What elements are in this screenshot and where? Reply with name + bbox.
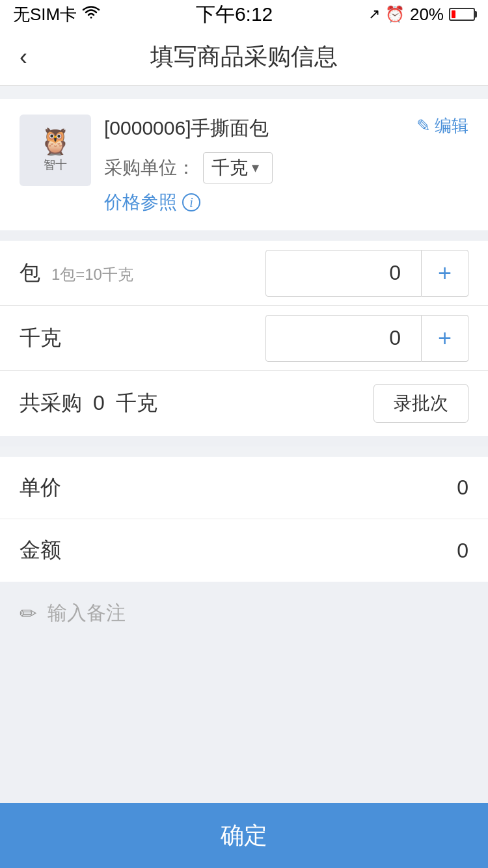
product-info: [0000006]手撕面包 采购单位： 千克 ▾ 价格参照 i: [104, 115, 468, 215]
alarm-icon: ⏰: [385, 5, 405, 23]
confirm-button-label: 确定: [221, 820, 267, 852]
kg-input-control: +: [265, 315, 468, 362]
package-label-group: 包 1包=10千克: [20, 259, 265, 288]
package-sublabel: 1包=10千克: [51, 265, 133, 283]
battery-icon: [449, 8, 475, 21]
summary-text: 共采购 0 千克: [20, 389, 157, 418]
status-time: 下午6:12: [196, 1, 273, 28]
price-reference-row: 价格参照 i: [104, 190, 468, 215]
package-input-control: +: [265, 250, 468, 297]
section-divider-1: [0, 230, 488, 241]
page-title: 填写商品采购信息: [150, 41, 338, 73]
product-unit-row: 采购单位： 千克 ▾: [104, 152, 468, 183]
summary-row: 共采购 0 千克 录批次: [0, 371, 488, 436]
unit-dropdown-arrow: ▾: [252, 159, 259, 176]
status-bar: 无SIM卡 下午6:12 ↗ ⏰ 20%: [0, 0, 488, 29]
amount-row: 金额 0: [0, 519, 488, 582]
amount-label: 金额: [20, 536, 61, 565]
product-name: [0000006]手撕面包: [104, 115, 468, 142]
unit-value: 千克: [211, 156, 248, 180]
edit-icon: ✎: [416, 116, 431, 136]
remark-section[interactable]: ✏ 输入备注: [0, 582, 488, 645]
kg-input-row: 千克 +: [0, 306, 488, 371]
package-input-row: 包 1包=10千克 +: [0, 241, 488, 306]
price-ref-label[interactable]: 价格参照: [104, 190, 177, 215]
remark-icon: ✏: [20, 601, 37, 626]
location-icon: ↗: [368, 6, 380, 23]
section-divider-2: [0, 436, 488, 446]
carrier-label: 无SIM卡: [13, 3, 77, 26]
back-button[interactable]: ‹: [20, 44, 27, 71]
kg-plus-button[interactable]: +: [422, 315, 468, 362]
nav-bar: ‹ 填写商品采购信息: [0, 29, 488, 86]
package-label: 包: [20, 261, 40, 284]
status-left: 无SIM卡: [13, 3, 100, 26]
battery-percent: 20%: [410, 5, 444, 25]
summary-amount: 0: [93, 391, 105, 414]
confirm-bar[interactable]: 确定: [0, 803, 488, 868]
package-plus-button[interactable]: +: [422, 250, 468, 297]
price-ref-help-icon[interactable]: i: [182, 193, 200, 211]
unit-label-text: 采购单位：: [104, 156, 195, 180]
product-thumbnail: 🦉 智十: [20, 115, 91, 186]
amount-value: 0: [457, 539, 468, 563]
status-right: ↗ ⏰ 20%: [368, 5, 475, 25]
kg-input[interactable]: [265, 315, 422, 362]
product-thumb-text: 智十: [44, 157, 67, 172]
edit-label: 编辑: [435, 115, 468, 137]
price-section: 单价 0 金额 0: [0, 457, 488, 582]
edit-button[interactable]: ✎ 编辑: [416, 115, 468, 137]
product-thumb-icon: 🦉: [39, 128, 72, 154]
batch-record-button[interactable]: 录批次: [373, 384, 468, 423]
product-card: 🦉 智十 [0000006]手撕面包 采购单位： 千克 ▾ 价格参照 i ✎ 编…: [0, 99, 488, 230]
input-section: 包 1包=10千克 + 千克 + 共采购 0 千克 录批次: [0, 241, 488, 436]
remark-placeholder: 输入备注: [47, 600, 126, 627]
unit-price-row: 单价 0: [0, 457, 488, 519]
summary-unit: 千克: [116, 391, 157, 414]
kg-label: 千克: [20, 324, 265, 353]
unit-price-value: 0: [457, 476, 468, 500]
unit-price-label: 单价: [20, 474, 61, 502]
unit-selector[interactable]: 千克 ▾: [203, 152, 273, 183]
wifi-signal: [82, 5, 100, 25]
package-input[interactable]: [265, 250, 422, 297]
summary-prefix: 共采购: [20, 391, 82, 414]
